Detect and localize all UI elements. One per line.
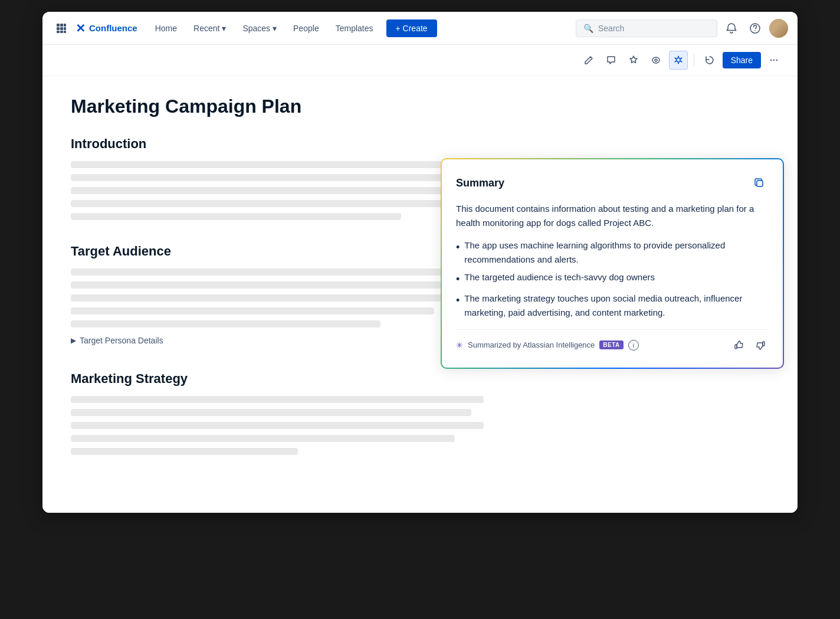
svg-rect-7 xyxy=(60,31,63,33)
section-marketing-strategy: Marketing Strategy xyxy=(71,371,484,455)
summary-bullet-3: The marketing strategy touches upon soci… xyxy=(456,292,769,320)
comment-icon[interactable] xyxy=(602,51,621,70)
thumbs-down-button[interactable] xyxy=(752,337,769,353)
skeleton-line xyxy=(71,422,484,429)
svg-point-14 xyxy=(773,60,775,61)
share-button[interactable]: Share xyxy=(723,52,761,68)
info-icon[interactable]: i xyxy=(628,340,639,351)
search-icon: 🔍 xyxy=(583,24,593,33)
avatar-image xyxy=(769,19,788,38)
chevron-right-icon: ▶ xyxy=(71,336,76,345)
svg-rect-4 xyxy=(60,27,63,30)
nav-people[interactable]: People xyxy=(287,20,325,37)
skeleton-line xyxy=(71,409,471,416)
star-icon[interactable] xyxy=(624,51,643,70)
skeleton-line xyxy=(71,268,484,276)
svg-rect-2 xyxy=(64,24,66,27)
summary-title: Summary xyxy=(456,177,504,189)
summary-footer: ✳ Summarized by Atlassian Intelligence B… xyxy=(456,329,769,353)
svg-rect-0 xyxy=(57,24,60,27)
main-content: Marketing Campaign Plan Introduction Tar… xyxy=(42,76,798,513)
copy-icon[interactable] xyxy=(750,173,769,192)
svg-rect-17 xyxy=(735,345,737,349)
nav-spaces[interactable]: Spaces ▾ xyxy=(237,20,283,37)
skeleton-line xyxy=(71,294,484,302)
expand-label: Target Persona Details xyxy=(80,336,163,345)
doc-toolbar: Share xyxy=(42,45,798,76)
summary-card-header: Summary xyxy=(456,173,769,192)
watch-icon[interactable] xyxy=(647,51,665,70)
skeleton-line xyxy=(71,281,463,289)
svg-point-12 xyxy=(655,59,657,61)
skeleton-line xyxy=(71,161,484,168)
nav-templates[interactable]: Templates xyxy=(330,20,379,37)
summary-footer-right xyxy=(731,337,769,353)
svg-point-11 xyxy=(652,57,659,63)
svg-rect-3 xyxy=(57,27,60,30)
toolbar-divider xyxy=(694,54,694,66)
edit-icon[interactable] xyxy=(579,51,598,70)
beta-badge: BETA xyxy=(599,340,623,349)
help-icon[interactable] xyxy=(746,19,764,38)
more-options-icon[interactable] xyxy=(764,51,783,70)
doc-body: Marketing Campaign Plan Introduction Tar… xyxy=(71,95,484,494)
skeleton-line xyxy=(71,435,455,442)
avatar[interactable] xyxy=(769,19,788,38)
expand-target-persona[interactable]: ▶ Target Persona Details xyxy=(71,333,484,348)
svg-point-13 xyxy=(770,60,772,61)
summary-footer-text: Summarized by Atlassian Intelligence xyxy=(468,340,595,349)
svg-rect-18 xyxy=(763,342,764,346)
nav-recent[interactable]: Recent ▾ xyxy=(188,20,232,37)
summary-card-inner: Summary This document contains informati… xyxy=(442,159,783,368)
svg-point-15 xyxy=(776,60,777,61)
search-placeholder: Search xyxy=(598,24,624,33)
summary-card: Summary This document contains informati… xyxy=(441,159,783,368)
thumbs-up-button[interactable] xyxy=(731,337,747,353)
skeleton-line xyxy=(71,448,298,455)
svg-rect-1 xyxy=(60,24,63,27)
marketing-heading: Marketing Strategy xyxy=(71,371,484,387)
svg-rect-5 xyxy=(64,27,66,30)
skeleton-line xyxy=(71,396,484,403)
skeleton-line xyxy=(71,200,442,207)
summary-body: This document contains information about… xyxy=(456,202,769,230)
summary-bullet-1: The app uses machine learning algorithms… xyxy=(456,238,769,267)
intro-heading: Introduction xyxy=(71,136,484,152)
confluence-logo-icon: ✕ xyxy=(76,21,86,35)
section-introduction: Introduction xyxy=(71,136,484,220)
summary-bullet-2: The targeted audience is tech-savvy dog … xyxy=(456,270,769,288)
create-button[interactable]: + Create xyxy=(386,19,437,37)
target-heading: Target Audience xyxy=(71,244,484,259)
svg-rect-8 xyxy=(64,31,66,33)
section-target-audience: Target Audience ▶ Target Persona Details xyxy=(71,244,484,348)
skeleton-line xyxy=(71,213,401,220)
confluence-logo[interactable]: ✕ Confluence xyxy=(76,21,137,35)
summary-footer-left: ✳ Summarized by Atlassian Intelligence B… xyxy=(456,340,639,351)
skeleton-line xyxy=(71,307,434,315)
apps-icon[interactable] xyxy=(52,19,71,38)
svg-rect-6 xyxy=(57,31,60,33)
skeleton-line xyxy=(71,174,463,181)
notifications-icon[interactable] xyxy=(722,19,741,38)
skeleton-line xyxy=(71,187,484,194)
history-icon[interactable] xyxy=(700,51,719,70)
navbar: ✕ Confluence Home Recent ▾ Spaces ▾ Peop… xyxy=(42,12,798,45)
summary-bullets: The app uses machine learning algorithms… xyxy=(456,238,769,320)
svg-point-10 xyxy=(754,30,756,31)
skeleton-line xyxy=(71,320,380,327)
svg-rect-16 xyxy=(757,181,763,186)
doc-title: Marketing Campaign Plan xyxy=(71,95,484,117)
ai-footer-icon: ✳ xyxy=(456,340,463,350)
search-box[interactable]: 🔍 Search xyxy=(576,19,717,37)
nav-home[interactable]: Home xyxy=(149,20,183,37)
confluence-logo-text: Confluence xyxy=(89,23,137,33)
ai-icon[interactable] xyxy=(669,51,688,70)
